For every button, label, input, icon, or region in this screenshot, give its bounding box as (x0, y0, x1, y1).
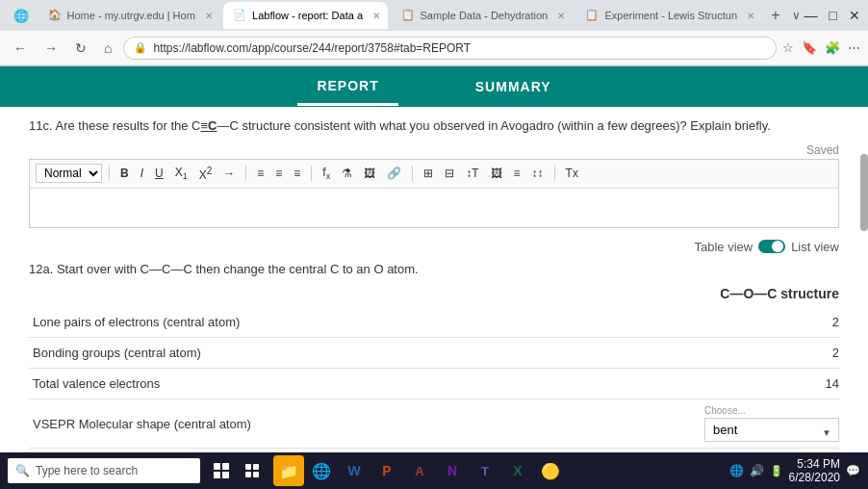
table-view-label: Table view (694, 240, 753, 254)
svg-rect-6 (245, 472, 251, 477)
special-char-button[interactable]: ≡ (510, 165, 524, 182)
home-tab-icon: 🏠 (48, 9, 62, 22)
table-remove-button[interactable]: ⊟ (441, 165, 458, 182)
structure-title: C—O—C structure (29, 286, 839, 301)
tab-experiment[interactable]: 📋 Experiment - Lewis Structun ✕ (575, 2, 761, 29)
view-toggle[interactable] (758, 240, 785, 253)
question-11c: 11c. Are these results for the C≡C—C str… (29, 116, 839, 136)
table-button[interactable]: ⊞ (420, 165, 437, 182)
image-button[interactable]: 🖼 (360, 165, 379, 182)
table-resize-button[interactable]: ↕T (462, 165, 482, 182)
toggle-knob (772, 241, 783, 252)
forward-button[interactable]: → (38, 39, 64, 58)
back-button[interactable]: ← (8, 39, 33, 58)
scrollbar[interactable] (860, 154, 868, 231)
taskbar-word[interactable]: W (339, 455, 370, 486)
editor-toolbar: Normal B I U X1 X2 → ≡ ≡ ≡ fx ⚗ 🖼 🔗 ⊞ ⊟ … (30, 160, 838, 189)
list-view-label: List view (791, 240, 839, 254)
bookmarks-icon[interactable]: ☆ (782, 40, 794, 55)
rich-text-editor[interactable]: Normal B I U X1 X2 → ≡ ≡ ≡ fx ⚗ 🖼 🔗 ⊞ ⊟ … (29, 159, 839, 228)
align-button[interactable]: ≡ (290, 165, 304, 182)
tab-labflow-label: Labflow - report: Data a (252, 10, 363, 21)
list-button[interactable]: ≡ (253, 165, 268, 182)
network-icon[interactable]: 🌐 (729, 464, 744, 477)
taskbar-teams[interactable]: T (470, 455, 500, 486)
profile-icon[interactable]: 🔖 (802, 40, 817, 55)
minimize-button[interactable]: — (804, 8, 818, 23)
refresh-button[interactable]: ↻ (69, 39, 92, 58)
labflow-tab-icon: 📄 (233, 9, 246, 22)
volume-icon[interactable]: 🔊 (750, 464, 764, 477)
taskbar-windows-icon[interactable] (208, 457, 235, 484)
taskbar-excel[interactable]: X (502, 455, 533, 486)
notification-icon[interactable]: 💬 (846, 464, 860, 477)
taskbar-right: 🌐 🔊 🔋 5:34 PM 6/28/2020 💬 (729, 457, 860, 484)
tab-sample-close[interactable]: ✕ (557, 11, 565, 21)
svg-rect-0 (214, 463, 220, 470)
taskbar-time: 5:34 PM 6/28/2020 (789, 457, 840, 484)
format-select[interactable]: Normal (36, 164, 102, 183)
taskbar-onenote[interactable]: N (437, 455, 468, 486)
taskbar-chrome[interactable]: 🟡 (535, 455, 566, 486)
taskbar-edge[interactable]: 🌐 (306, 455, 337, 486)
superscript-button[interactable]: X2 (195, 164, 217, 184)
vsepr-select[interactable]: bent linear trigonal planar tetrahedral (704, 418, 839, 442)
tab-summary[interactable]: SUMMARY (456, 69, 571, 104)
clock-time: 5:34 PM (789, 457, 840, 471)
chemistry-button[interactable]: ⚗ (338, 165, 356, 182)
address-text: https://labflow.com/app/course/244/repor… (153, 41, 766, 55)
formula-button[interactable]: fx (319, 164, 334, 183)
taskbar-access[interactable]: A (404, 455, 435, 486)
divider-2 (245, 166, 246, 181)
valence-electrons-value: 14 (743, 376, 839, 391)
underline-button[interactable]: U (151, 165, 167, 182)
new-tab-button[interactable]: + (765, 7, 785, 24)
vsepr-row: VSEPR Molecular shape (central atom) Cho… (29, 399, 839, 449)
taskbar-search-bar[interactable]: 🔍 Type here to search (8, 458, 200, 483)
tab-experiment-close[interactable]: ✕ (747, 11, 754, 21)
settings-icon[interactable]: ⋯ (848, 40, 860, 55)
taskbar-apps: 📁 🌐 W P A N T X 🟡 (273, 455, 566, 486)
bonding-groups-value: 2 (743, 346, 839, 360)
home-button[interactable]: ⌂ (98, 39, 117, 58)
text-format-button[interactable]: Tx (562, 165, 582, 182)
taskbar-powerpoint[interactable]: P (371, 455, 402, 486)
bold-button[interactable]: B (116, 165, 133, 182)
search-placeholder: Type here to search (36, 464, 138, 477)
taskbar: 🔍 Type here to search 📁 🌐 W P A N T X 🟡 … (0, 452, 868, 489)
divider-4 (412, 166, 413, 181)
tab-labflow[interactable]: 📄 Labflow - report: Data a ✕ (223, 2, 387, 29)
subscript-button[interactable]: X1 (171, 164, 191, 183)
tab-labflow-close[interactable]: ✕ (372, 11, 380, 21)
extensions-icon[interactable]: 🧩 (825, 40, 840, 55)
taskbar-file-explorer[interactable]: 📁 (273, 455, 304, 486)
italic-button[interactable]: I (137, 165, 147, 182)
svg-rect-3 (222, 472, 229, 478)
tab-report[interactable]: REPORT (297, 68, 397, 106)
battery-icon: 🔋 (770, 465, 783, 477)
svg-rect-7 (253, 472, 259, 477)
editor-body[interactable] (30, 189, 838, 227)
vsepr-dropdown-container: Choose... bent linear trigonal planar te… (704, 405, 839, 442)
tab-home-label: Home - my.utrgv.edu | Hom (67, 10, 195, 21)
address-bar[interactable]: 🔒 https://labflow.com/app/course/244/rep… (123, 37, 777, 60)
tab-home[interactable]: 🏠 Home - my.utrgv.edu | Hom ✕ (38, 2, 220, 29)
link-button[interactable]: 🔗 (383, 165, 405, 182)
valence-electrons-row: Total valence electrons 14 (29, 369, 839, 399)
taskbar-task-view-icon[interactable] (239, 457, 266, 484)
nav-icons: ☆ 🔖 🧩 ⋯ (782, 40, 860, 55)
sample-tab-icon: 📋 (401, 9, 415, 22)
clock-date: 6/28/2020 (789, 471, 840, 484)
restore-button[interactable]: □ (830, 8, 837, 23)
tab-sample[interactable]: 📋 Sample Data - Dehydration ✕ (392, 2, 573, 29)
close-button[interactable]: ✕ (849, 8, 860, 23)
lone-pairs-value: 2 (743, 315, 839, 329)
indent-button[interactable]: → (219, 165, 239, 182)
tab-home-close[interactable]: ✕ (205, 11, 213, 21)
title-bar: 🌐 🏠 Home - my.utrgv.edu | Hom ✕ 📄 Labflo… (0, 0, 868, 31)
numbered-list-button[interactable]: ≡ (271, 165, 286, 182)
media-button[interactable]: 🖼 (487, 165, 506, 182)
more-button[interactable]: ↕↕ (528, 165, 548, 182)
tab-dropdown-chevron[interactable]: ∨ (792, 9, 801, 22)
divider-3 (311, 166, 312, 181)
